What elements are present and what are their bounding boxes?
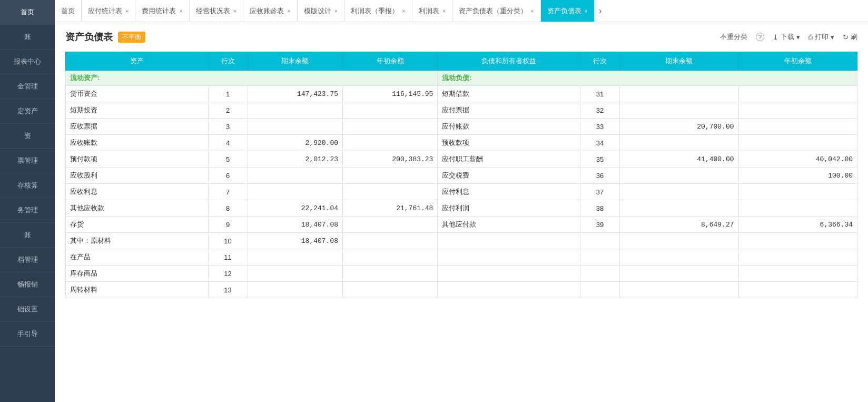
close-icon[interactable]: ×	[287, 8, 290, 14]
liability-year-start[interactable]	[738, 86, 857, 102]
sidebar-item-report-center[interactable]: 报表中心	[0, 50, 55, 74]
close-icon[interactable]: ×	[585, 8, 588, 14]
liability-year-start[interactable]	[738, 266, 857, 282]
asset-period-end[interactable]	[248, 102, 342, 119]
liability-period-end[interactable]	[620, 102, 738, 119]
sidebar-item-guide[interactable]: 手引导	[0, 322, 55, 347]
asset-row-num: 13	[208, 282, 248, 298]
close-icon[interactable]: ×	[530, 8, 534, 14]
asset-year-start[interactable]	[343, 119, 438, 135]
asset-year-start[interactable]	[343, 168, 438, 184]
asset-year-start[interactable]: 21,761.48	[343, 200, 438, 217]
tab-payable-stat[interactable]: 应付统计表 ×	[82, 0, 135, 22]
sidebar-item-tax-mgmt[interactable]: 务管理	[0, 198, 55, 223]
close-icon[interactable]: ×	[233, 8, 236, 14]
liability-period-end[interactable]	[620, 200, 738, 217]
download-button[interactable]: ⤓ 下载 ▾	[773, 32, 800, 42]
tab-nav-right-icon[interactable]: ›	[595, 0, 606, 22]
liability-period-end[interactable]	[620, 266, 738, 282]
liability-period-end[interactable]	[620, 282, 738, 298]
asset-label: 其中：原材料	[66, 233, 209, 249]
header-year-start: 年初余额	[343, 52, 438, 71]
liability-year-start[interactable]	[738, 119, 857, 135]
close-icon[interactable]: ×	[402, 8, 405, 14]
liability-period-end[interactable]	[620, 249, 738, 266]
close-icon[interactable]: ×	[179, 8, 182, 14]
liability-year-start[interactable]: 6,366.34	[738, 217, 857, 233]
asset-period-end[interactable]: 147,423.75	[248, 86, 342, 102]
tab-profit-quarterly[interactable]: 利润表（季报） ×	[344, 0, 412, 22]
liability-year-start[interactable]	[738, 135, 857, 151]
tab-balance-reclassify[interactable]: 资产负债表（重分类） ×	[452, 0, 540, 22]
tab-balance-sheet[interactable]: 资产负债表 ×	[541, 0, 595, 22]
asset-label: 在产品	[66, 249, 209, 266]
liability-year-start[interactable]: 40,042.00	[738, 151, 857, 168]
asset-period-end[interactable]	[248, 282, 342, 298]
liability-period-end[interactable]	[620, 233, 738, 249]
liability-year-start[interactable]	[738, 200, 857, 217]
liability-period-end[interactable]	[620, 168, 738, 184]
asset-year-start[interactable]	[343, 249, 438, 266]
sidebar-item-account[interactable]: 账	[0, 25, 55, 50]
tab-expense-stat[interactable]: 费用统计表 ×	[135, 0, 189, 22]
asset-year-start[interactable]	[343, 217, 438, 233]
sidebar-item-expense[interactable]: 畅报销	[0, 272, 55, 297]
sidebar-item-fixed-assets[interactable]: 定资产	[0, 99, 55, 124]
liability-year-start[interactable]	[738, 282, 857, 298]
tab-template-design[interactable]: 模版设计 ×	[298, 0, 344, 22]
liability-period-end[interactable]	[620, 135, 738, 151]
sidebar-item-home[interactable]: 首页	[0, 0, 55, 25]
sidebar-item-inventory[interactable]: 存核算	[0, 173, 55, 198]
asset-year-start[interactable]: 116,145.95	[343, 86, 438, 102]
asset-period-end[interactable]: 2,012.23	[248, 151, 342, 168]
asset-period-end[interactable]	[248, 168, 342, 184]
help-icon[interactable]: ?	[756, 33, 764, 41]
asset-period-end[interactable]: 18,407.08	[248, 217, 342, 233]
header-period-end2: 期末余额	[620, 52, 738, 71]
liability-year-start[interactable]: 100.00	[738, 168, 857, 184]
asset-period-end[interactable]: 18,407.08	[248, 233, 342, 249]
asset-year-start[interactable]	[343, 102, 438, 119]
liability-period-end[interactable]: 41,400.00	[620, 151, 738, 168]
asset-year-start[interactable]	[343, 184, 438, 200]
liability-year-start[interactable]	[738, 249, 857, 266]
liability-period-end[interactable]: 8,649.27	[620, 217, 738, 233]
asset-year-start[interactable]	[343, 135, 438, 151]
sidebar-item-capital[interactable]: 资	[0, 124, 55, 149]
asset-year-start[interactable]: 200,383.23	[343, 151, 438, 168]
asset-period-end[interactable]: 2,920.00	[248, 135, 342, 151]
liability-row-num: 31	[580, 86, 619, 102]
tab-operation-stat[interactable]: 经营状况表 ×	[190, 0, 243, 22]
tab-receivable-aging[interactable]: 应收账龄表 ×	[243, 0, 297, 22]
asset-period-end[interactable]	[248, 249, 342, 266]
asset-period-end[interactable]: 22,241.04	[248, 200, 342, 217]
dropdown-arrow-icon: ▾	[796, 33, 800, 41]
refresh-button[interactable]: ↻ 刷	[843, 32, 857, 42]
liability-period-end[interactable]: 20,700.00	[620, 119, 738, 135]
asset-year-start[interactable]	[343, 266, 438, 282]
sidebar-item-book[interactable]: 账	[0, 223, 55, 248]
asset-period-end[interactable]	[248, 184, 342, 200]
asset-period-end[interactable]	[248, 266, 342, 282]
liability-year-start[interactable]	[738, 184, 857, 200]
sidebar-item-fund-mgmt[interactable]: 金管理	[0, 74, 55, 99]
liability-period-end[interactable]	[620, 86, 738, 102]
close-icon[interactable]: ×	[442, 8, 446, 14]
close-icon[interactable]: ×	[334, 8, 338, 14]
asset-period-end[interactable]	[248, 119, 342, 135]
asset-year-start[interactable]	[343, 233, 438, 249]
tab-home[interactable]: 首页	[55, 0, 82, 22]
asset-year-start[interactable]	[343, 282, 438, 298]
liability-year-start[interactable]	[738, 233, 857, 249]
page-title: 资产负债表	[65, 31, 113, 43]
sidebar-item-ticket-mgmt[interactable]: 票管理	[0, 149, 55, 173]
print-button[interactable]: ⎙ 打印 ▾	[808, 32, 834, 42]
asset-row-num: 9	[208, 217, 248, 233]
close-icon[interactable]: ×	[125, 8, 129, 14]
tab-profit[interactable]: 利润表 ×	[412, 0, 452, 22]
sidebar-item-settings[interactable]: 础设置	[0, 297, 55, 322]
liability-period-end[interactable]	[620, 184, 738, 200]
liability-year-start[interactable]	[738, 102, 857, 119]
asset-row-num: 8	[208, 200, 248, 217]
sidebar-item-archive[interactable]: 档管理	[0, 248, 55, 272]
